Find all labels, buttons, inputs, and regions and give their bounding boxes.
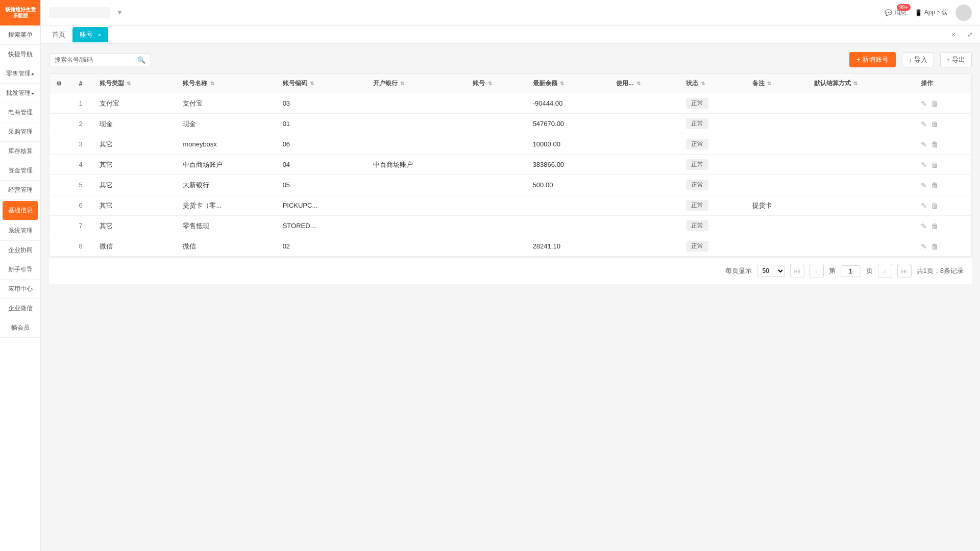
col-remark[interactable]: 备注 ⇅: [746, 74, 808, 93]
row-type: 微信: [93, 236, 177, 257]
app-download-button[interactable]: 📱 App下载: [915, 8, 947, 17]
row-account: [467, 114, 526, 134]
last-page-button[interactable]: ⏭: [897, 264, 912, 278]
page-number-input[interactable]: [841, 265, 861, 277]
delete-button[interactable]: 🗑: [931, 140, 938, 148]
sidebar: 畅捷通好生意 乐版版 搜索菜单快捷导航零售管理 ▸批发管理 ▸电商管理采购管理库…: [0, 0, 41, 551]
edit-button[interactable]: ✎: [921, 140, 927, 148]
col-name[interactable]: 账号名称 ⇅: [177, 74, 276, 93]
sidebar-item-search-menu[interactable]: 搜索菜单: [0, 26, 40, 45]
row-type: 现金: [93, 114, 177, 134]
row-actions: ✎ 🗑: [915, 216, 971, 236]
col-status[interactable]: 状态 ⇅: [680, 74, 746, 93]
row-num: 5: [68, 175, 93, 195]
row-name: 提货卡（零...: [177, 195, 276, 216]
row-num: 2: [68, 114, 93, 134]
sidebar-item-finance[interactable]: 资金管理: [0, 161, 40, 181]
delete-button[interactable]: 🗑: [931, 242, 938, 251]
row-name: 大新银行: [177, 175, 276, 195]
row-bank: [367, 216, 467, 236]
sidebar-item-inventory[interactable]: 库存核算: [0, 142, 40, 161]
pagination: 每页显示 50 20 100 ⏮ ‹ 第 页 › ⏭ 共1页，8条记录: [49, 257, 972, 284]
row-status: 正常: [680, 155, 746, 175]
export-button[interactable]: ↑ 导出: [940, 52, 972, 67]
row-settings: [50, 114, 68, 134]
sidebar-item-basic-info[interactable]: 基础信息: [3, 201, 38, 220]
first-page-button[interactable]: ⏮: [790, 264, 804, 278]
sidebar-item-app-center[interactable]: 应用中心: [0, 280, 40, 299]
delete-button[interactable]: 🗑: [931, 161, 938, 169]
sidebar-item-enterprise-agreement[interactable]: 企业协同: [0, 241, 40, 260]
search-box[interactable]: 🔍: [49, 54, 151, 66]
edit-button[interactable]: ✎: [921, 242, 927, 251]
tab-home[interactable]: 首页: [45, 27, 72, 42]
row-default-payment: [808, 155, 915, 175]
row-status: 正常: [680, 93, 746, 114]
row-settings: [50, 236, 68, 257]
search-input[interactable]: [55, 56, 134, 63]
edit-button[interactable]: ✎: [921, 181, 927, 189]
edit-button[interactable]: ✎: [921, 120, 927, 128]
row-name: 中百商场账户: [177, 155, 276, 175]
edit-button[interactable]: ✎: [921, 161, 927, 169]
page-close-button[interactable]: ×: [947, 29, 960, 41]
row-usage: [610, 114, 680, 134]
user-avatar[interactable]: [955, 5, 972, 21]
import-button[interactable]: ↓ 导入: [902, 52, 934, 67]
table-row: 2 现金 现金 01 547670.00 正常 ✎ 🗑: [50, 114, 971, 134]
edit-button[interactable]: ✎: [921, 99, 927, 108]
top-bar-left: ▼: [49, 7, 123, 18]
row-code: STORED...: [277, 216, 367, 236]
col-type[interactable]: 账号类型 ⇅: [93, 74, 177, 93]
delete-button[interactable]: 🗑: [931, 222, 938, 230]
delete-button[interactable]: 🗑: [931, 99, 938, 108]
edit-button[interactable]: ✎: [921, 222, 927, 230]
row-balance: [527, 195, 610, 216]
row-actions: ✎ 🗑: [915, 195, 971, 216]
row-default-payment: [808, 216, 915, 236]
message-button[interactable]: 💬 消息 99+: [885, 8, 906, 17]
delete-button[interactable]: 🗑: [931, 202, 938, 210]
col-code[interactable]: 账号编码 ⇅: [277, 74, 367, 93]
col-usage[interactable]: 使用... ⇅: [610, 74, 680, 93]
prev-page-button[interactable]: ‹: [810, 264, 824, 278]
row-code: 03: [277, 93, 367, 114]
sidebar-item-system[interactable]: 系统管理: [0, 221, 40, 241]
col-balance[interactable]: 最新余额 ⇅: [527, 74, 610, 93]
sidebar-item-wholesale[interactable]: 批发管理 ▸: [0, 84, 40, 103]
row-bank: [367, 236, 467, 257]
row-actions: ✎ 🗑: [915, 93, 971, 114]
tab-account[interactable]: 账号 ×: [72, 27, 108, 42]
sidebar-item-quick-nav[interactable]: 快捷导航: [0, 45, 40, 64]
sidebar-item-new-guide[interactable]: 新手引导: [0, 260, 40, 280]
row-default-payment: [808, 93, 915, 114]
dropdown-arrow[interactable]: ▼: [116, 9, 123, 16]
row-status: 正常: [680, 236, 746, 257]
col-default-payment[interactable]: 默认结算方式 ⇅: [808, 74, 915, 93]
page-expand-button[interactable]: ⤢: [964, 29, 976, 41]
sidebar-item-ecommerce[interactable]: 电商管理: [0, 103, 40, 122]
sidebar-item-enterprise-wechat[interactable]: 企业微信: [0, 299, 40, 318]
phone-icon: 📱: [915, 9, 922, 16]
delete-button[interactable]: 🗑: [931, 181, 938, 189]
logo-line1: 畅捷通好生意: [5, 7, 36, 13]
table-header-row: ⚙ # 账号类型 ⇅ 账号名称 ⇅ 账号编码 ⇅ 开户银行 ⇅ 账号 ⇅ 最新余…: [50, 74, 971, 93]
per-page-select[interactable]: 50 20 100: [757, 265, 785, 277]
sidebar-item-operations[interactable]: 经营管理: [0, 181, 40, 200]
tab-close-icon[interactable]: ×: [98, 32, 101, 38]
delete-button[interactable]: 🗑: [931, 120, 938, 128]
next-page-button[interactable]: ›: [878, 264, 892, 278]
edit-button[interactable]: ✎: [921, 202, 927, 210]
add-account-button[interactable]: + 新增账号: [849, 52, 896, 67]
sidebar-item-purchase[interactable]: 采购管理: [0, 122, 40, 142]
row-account: [467, 236, 526, 257]
col-account[interactable]: 账号 ⇅: [467, 74, 526, 93]
sidebar-item-retail[interactable]: 零售管理 ▸: [0, 64, 40, 84]
col-bank[interactable]: 开户银行 ⇅: [367, 74, 467, 93]
col-settings[interactable]: ⚙: [50, 74, 68, 93]
row-balance: 10000.00: [527, 134, 610, 155]
sidebar-item-members[interactable]: 畅会员: [0, 318, 40, 338]
top-search-input[interactable]: [49, 7, 110, 18]
row-default-payment: [808, 134, 915, 155]
tab-actions: × ⤢: [947, 29, 976, 41]
